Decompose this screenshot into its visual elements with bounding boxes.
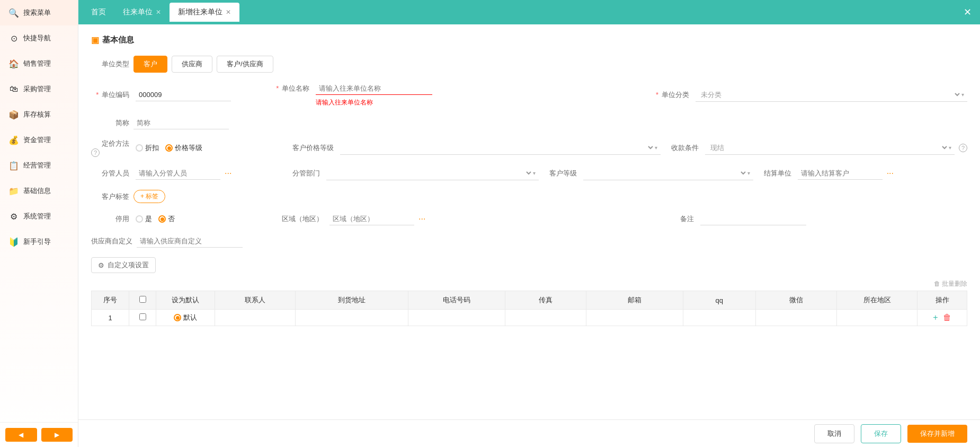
customer-level-select[interactable]: ▾ [583, 166, 753, 180]
area-col: 区域（地区） ··· [282, 213, 656, 225]
region-input[interactable] [856, 314, 898, 322]
settlement-unit-input[interactable] [798, 167, 883, 180]
operations-icon: 📋 [8, 160, 19, 171]
sidebar-item-beginner[interactable]: 🔰 新手引导 [0, 229, 78, 255]
cancel-button[interactable]: 取消 [814, 424, 854, 443]
radio-discount-circle [136, 144, 143, 152]
sales-icon: 🏠 [8, 58, 19, 69]
fax-input[interactable] [524, 314, 567, 322]
col-phone: 电话号码 [408, 291, 505, 310]
radio-price-level[interactable]: 价格等级 [165, 143, 202, 153]
phone-input[interactable] [430, 314, 483, 322]
tab-new-partner-close[interactable]: ✕ [226, 8, 231, 16]
custom-settings-btn[interactable]: ⚙ 自定义项设置 [91, 257, 156, 273]
col-email: 邮箱 [586, 291, 683, 310]
address-input[interactable] [320, 314, 384, 322]
cell-contact [215, 310, 296, 326]
pricing-row: 定价方法 ? 折扣 价格等级 客户价格等级 [91, 139, 967, 157]
main-area: 首页 往来单位 ✕ 新增往来单位 ✕ ✕ ▣ 基本信息 单位类型 客户 供应商 … [78, 0, 980, 447]
notes-input[interactable] [700, 213, 806, 225]
sidebar-collapse-btn[interactable]: ◀ [5, 428, 37, 442]
area-more-btn[interactable]: ··· [416, 214, 427, 224]
sidebar-item-inventory[interactable]: 📦 库存核算 [0, 102, 78, 127]
unit-type-group: 客户 供应商 客户/供应商 [133, 56, 273, 73]
col-action: 操作 [917, 291, 967, 310]
row-checkbox[interactable] [139, 313, 146, 320]
cell-phone [408, 310, 505, 326]
col-wechat: 微信 [756, 291, 837, 310]
sidebar-item-basicinfo[interactable]: 📁 基础信息 [0, 178, 78, 204]
manager-input[interactable] [136, 167, 220, 180]
unit-name-input[interactable] [316, 82, 432, 95]
col-checkbox [129, 291, 156, 310]
pricing-method-col: 定价方法 ? 折扣 价格等级 [91, 139, 292, 157]
chevron-down-icon4: ▾ [533, 170, 536, 176]
payment-terms-select[interactable]: 现结 ▾ [705, 141, 955, 155]
save-button[interactable]: 保存 [861, 424, 901, 443]
chevron-down-icon3: ▾ [949, 145, 951, 151]
unit-type-supplier[interactable]: 供应商 [172, 56, 212, 73]
unit-category-select[interactable]: 未分类 ▾ [696, 88, 967, 102]
row-delete-btn[interactable]: 🗑 [941, 313, 953, 322]
tab-partners-close[interactable]: ✕ [156, 8, 161, 16]
sidebar-item-search[interactable]: 🔍 搜索菜单 [0, 0, 78, 25]
tab-new-partner[interactable]: 新增往来单位 ✕ [170, 3, 239, 22]
radio-no[interactable]: 否 [158, 214, 175, 224]
purchase-icon: 🛍 [8, 84, 19, 94]
settlement-unit-more-btn[interactable]: ··· [885, 169, 896, 178]
contact-input[interactable] [234, 314, 276, 322]
sidebar-item-finance[interactable]: 💰 资金管理 [0, 127, 78, 153]
finance-icon: 💰 [8, 135, 19, 145]
customer-price-level-select[interactable]: ▾ [340, 141, 661, 155]
tab-bar: 首页 往来单位 ✕ 新增往来单位 ✕ ✕ [78, 0, 980, 24]
email-input[interactable] [608, 314, 661, 322]
radio-yes[interactable]: 是 [136, 214, 152, 224]
unit-code-input[interactable] [136, 89, 231, 101]
sidebar-item-label: 基础信息 [23, 186, 51, 196]
help-icon2[interactable]: ? [959, 144, 967, 152]
radio-price-level-circle [165, 144, 173, 152]
tab-partners[interactable]: 往来单位 ✕ [114, 3, 170, 22]
batch-delete-area[interactable]: 🗑 批量删除 [91, 279, 967, 288]
table-select-all[interactable] [139, 296, 146, 303]
notes-col: 备注 [656, 213, 967, 225]
default-radio[interactable]: 默认 [162, 313, 209, 322]
sidebar-item-purchase[interactable]: 🛍 采购管理 [0, 76, 78, 102]
short-name-row: 简称 [91, 117, 967, 129]
department-col: 分管部门 ▾ [282, 166, 539, 180]
qq-input[interactable] [701, 314, 738, 322]
row-add-btn[interactable]: + [931, 313, 939, 322]
cell-action: + 🗑 [917, 310, 967, 326]
unit-category-label: * 单位分类 [651, 90, 693, 100]
supplier-custom-input[interactable] [137, 235, 243, 248]
manager-more-btn[interactable]: ··· [222, 169, 234, 178]
wechat-input[interactable] [775, 314, 817, 322]
unit-type-both[interactable]: 客户/供应商 [217, 56, 273, 73]
save-new-button[interactable]: 保存并新增 [907, 425, 967, 443]
sidebar-item-quicknav[interactable]: ⊙ 快捷导航 [0, 25, 78, 51]
tab-home[interactable]: 首页 [83, 3, 114, 22]
sidebar-expand-btn[interactable]: ▶ [41, 428, 73, 442]
notes-label: 备注 [656, 214, 698, 224]
area-input[interactable] [329, 213, 414, 225]
gear-icon: ⚙ [98, 261, 104, 269]
radio-discount[interactable]: 折扣 [136, 143, 159, 153]
area-label: 区域（地区） [282, 214, 327, 224]
window-close-btn[interactable]: ✕ [959, 6, 976, 18]
home-icon: ⊙ [8, 33, 19, 43]
unit-type-customer[interactable]: 客户 [133, 56, 167, 73]
system-icon: ⚙ [8, 211, 19, 222]
sidebar-item-sales[interactable]: 🏠 销售管理 [0, 51, 78, 76]
sidebar-item-system[interactable]: ⚙ 系统管理 [0, 204, 78, 229]
pricing-method-label: 定价方法 ? [91, 139, 133, 157]
settlement-unit-label: 结算单位 [753, 169, 796, 178]
sidebar-item-operations[interactable]: 📋 经营管理 [0, 153, 78, 178]
department-select[interactable]: ▾ [326, 166, 539, 180]
help-icon[interactable]: ? [91, 148, 100, 157]
radio-no-circle [158, 215, 166, 223]
col-contact: 联系人 [215, 291, 296, 310]
unit-name-label: * 单位名称 [271, 84, 314, 93]
customer-level-label: 客户等级 [539, 169, 581, 178]
add-tag-btn[interactable]: + 标签 [133, 190, 165, 203]
short-name-input[interactable] [133, 117, 229, 129]
